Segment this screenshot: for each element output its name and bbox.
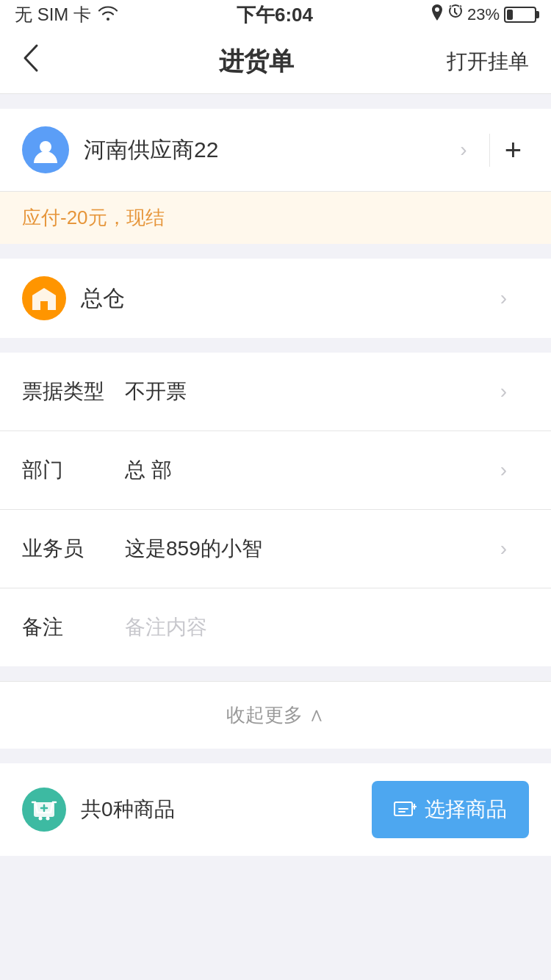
form-section: 票据类型 不开票 › 部门 总 部 › 业务员 这是859的小智 › 备注 备注… [0,353,551,666]
remark-label: 备注 [22,613,118,641]
bottom-gray-area [0,856,551,980]
collapse-text: 收起更多 ∧ [226,702,324,728]
wifi-icon [97,4,119,25]
page-title: 进货单 [219,45,294,79]
salesperson-chevron-icon: › [500,537,507,561]
product-cart-icon [22,788,66,832]
supplier-avatar [22,126,69,173]
select-product-label: 选择商品 [425,796,507,824]
ticket-type-row[interactable]: 票据类型 不开票 › [0,353,551,431]
svg-point-3 [39,817,43,821]
ticket-type-value: 不开票 [118,378,500,406]
supplier-card: 河南供应商22 › + 应付-20元，现结 [0,109,551,244]
svg-point-4 [46,817,50,821]
status-right: 23% [431,4,536,25]
department-chevron-icon: › [500,458,507,482]
ticket-type-chevron-icon: › [500,380,507,403]
svg-rect-1 [40,301,48,310]
salesperson-value: 这是859的小智 [118,535,500,563]
svg-point-0 [40,141,51,153]
status-left: 无 SIM 卡 [15,3,119,26]
supplier-chevron-icon: › [460,138,467,162]
location-icon [431,4,444,25]
salesperson-row[interactable]: 业务员 这是859的小智 › [0,510,551,588]
battery-percent: 23% [467,5,500,24]
supplier-row[interactable]: 河南供应商22 › + [0,109,551,192]
warehouse-row[interactable]: 总仓 › [0,259,551,338]
alarm-icon [448,4,463,25]
section-divider-1 [0,94,551,109]
collapse-row[interactable]: 收起更多 ∧ [0,681,551,749]
product-count: 共0种商品 [81,796,357,824]
open-pending-button[interactable]: 打开挂单 [447,48,529,76]
sim-label: 无 SIM 卡 [15,3,91,26]
select-product-button[interactable]: 选择商品 [372,781,529,838]
bottom-product-section: 共0种商品 选择商品 [0,763,551,856]
section-divider-2 [0,244,551,259]
add-supplier-button[interactable]: + [489,134,529,167]
department-row[interactable]: 部门 总 部 › [0,431,551,510]
notice-banner: 应付-20元，现结 [0,192,551,244]
warehouse-card: 总仓 › [0,259,551,338]
department-label: 部门 [22,456,118,484]
supplier-name: 河南供应商22 [84,135,460,165]
warehouse-name: 总仓 [81,284,500,314]
warehouse-chevron-icon: › [500,287,507,310]
battery-icon [504,7,536,23]
remark-input[interactable]: 备注内容 [118,613,529,641]
salesperson-label: 业务员 [22,535,118,563]
notice-text: 应付-20元，现结 [22,206,165,228]
ticket-type-label: 票据类型 [22,378,118,406]
nav-bar: 进货单 打开挂单 [0,29,551,94]
status-time: 下午6:04 [237,2,313,28]
back-button[interactable] [22,43,66,80]
department-value: 总 部 [118,456,500,484]
warehouse-icon [22,276,66,320]
status-bar: 无 SIM 卡 下午6:04 23% [0,0,551,29]
remark-row[interactable]: 备注 备注内容 [0,588,551,666]
